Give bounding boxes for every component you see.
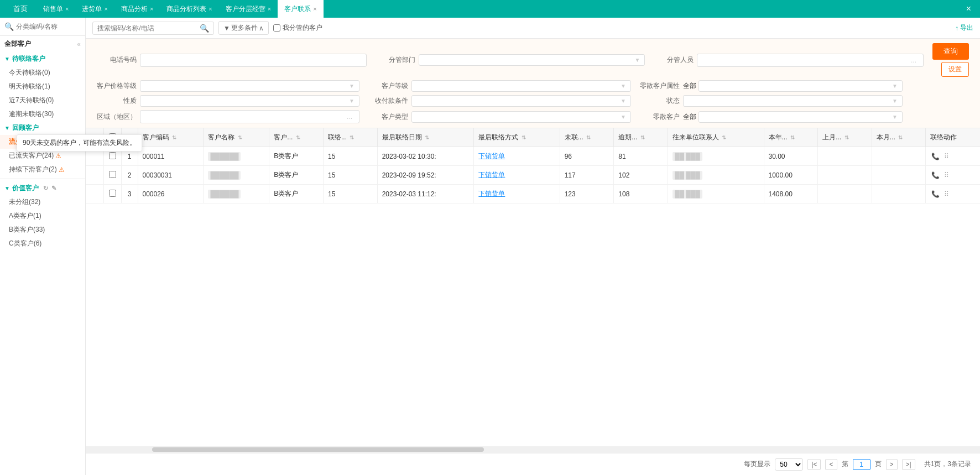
seven-days-contact-label: 近7天待联络(0) bbox=[9, 96, 54, 105]
th-unit-contact[interactable]: 往来单位联系人 ⇅ bbox=[668, 128, 764, 147]
payment-select[interactable]: ▼ bbox=[411, 95, 631, 107]
action-more-icon[interactable]: ⠿ bbox=[943, 190, 950, 198]
page-prev-btn[interactable]: < bbox=[825, 459, 837, 470]
nav-home[interactable]: 首页 bbox=[4, 0, 37, 18]
sidebar-item-a-class[interactable]: A类客户(1) bbox=[0, 209, 85, 223]
zero-customer-attr-select[interactable]: ▼ bbox=[698, 80, 903, 92]
action-phone-icon[interactable]: 📞 bbox=[930, 190, 941, 198]
region-select[interactable]: ... bbox=[140, 110, 359, 123]
value-edit-icon[interactable]: ✎ bbox=[51, 185, 56, 192]
page-size-select[interactable]: 50 100 bbox=[775, 458, 803, 471]
nav-purchase-close[interactable]: × bbox=[104, 6, 107, 12]
search-button[interactable]: 🔍 bbox=[200, 24, 209, 33]
sidebar-item-declining[interactable]: 持续下滑客户(2) ⚠ bbox=[0, 163, 85, 176]
sidebar-item-c-class[interactable]: C类客户(6) bbox=[0, 237, 85, 250]
nav-purchase[interactable]: 进货单 × bbox=[75, 0, 114, 18]
export-btn[interactable]: ↑ 导出 bbox=[955, 23, 973, 33]
customer-type-select[interactable]: ▼ bbox=[411, 111, 631, 123]
row-checkbox[interactable] bbox=[103, 185, 121, 203]
th-contacts[interactable]: 联络... ⇅ bbox=[323, 128, 377, 147]
search-input[interactable] bbox=[97, 24, 200, 32]
nav-customer-segment-close[interactable]: × bbox=[268, 6, 271, 12]
page-first-btn[interactable]: |< bbox=[807, 459, 821, 470]
sidebar-collapse-icon[interactable]: « bbox=[77, 40, 81, 48]
sidebar-item-today[interactable]: 今天待联络(0) bbox=[0, 66, 85, 80]
th-this-month[interactable]: 本月... ⇅ bbox=[872, 128, 926, 147]
value-refresh-icon[interactable]: ↻ bbox=[43, 185, 48, 192]
sidebar-item-overdue[interactable]: 逾期未联络(30) bbox=[0, 107, 85, 121]
th-customer-type[interactable]: 客户... ⇅ bbox=[269, 128, 324, 147]
row-last-contact-method[interactable]: 下销货单 bbox=[474, 147, 560, 166]
nav-goods-analysis-list-close[interactable]: × bbox=[208, 6, 212, 12]
staff-dots[interactable]: ... bbox=[909, 56, 919, 64]
th-last-month[interactable]: 上月... ⇅ bbox=[818, 128, 872, 147]
sidebar-item-tomorrow[interactable]: 明天待联络(1) bbox=[0, 80, 85, 93]
dept-select[interactable]: ▼ bbox=[419, 54, 645, 66]
th-last-contact-date[interactable]: 最后联络日期 ⇅ bbox=[377, 128, 474, 147]
contact-method-link[interactable]: 下销货单 bbox=[478, 190, 505, 197]
sidebar-item-ungroup[interactable]: 未分组(32) bbox=[0, 195, 85, 209]
row-select-checkbox[interactable] bbox=[109, 190, 116, 197]
page-next-btn[interactable]: > bbox=[886, 459, 898, 470]
staff-select[interactable]: ... bbox=[697, 54, 924, 67]
sidebar-item-b-class[interactable]: B类客户(33) bbox=[0, 223, 85, 237]
row-contact-action[interactable]: 📞 ⠿ bbox=[926, 166, 980, 185]
nav-sales[interactable]: 销售单 × bbox=[37, 0, 75, 18]
contact-method-link[interactable]: 下销货单 bbox=[478, 152, 505, 160]
query-button[interactable]: 查询 bbox=[932, 43, 969, 60]
nav-customer-contact-close[interactable]: × bbox=[313, 6, 316, 12]
my-customers-label[interactable]: 我分管的客户 bbox=[273, 23, 322, 33]
settings-button[interactable]: 设置 bbox=[941, 62, 969, 77]
action-phone-icon[interactable]: 📞 bbox=[930, 171, 941, 179]
page-last-btn[interactable]: >| bbox=[902, 459, 915, 470]
row-select-checkbox[interactable] bbox=[109, 171, 116, 178]
customer-grade-select[interactable]: ▼ bbox=[411, 80, 631, 92]
sidebar-group-review[interactable]: ▼ 回顾客户 bbox=[0, 121, 85, 135]
sidebar-item-7days[interactable]: 近7天待联络(0) bbox=[0, 93, 85, 107]
row-select-checkbox[interactable] bbox=[109, 152, 116, 159]
customer-name-blurred: ██████ bbox=[208, 152, 241, 161]
action-phone-icon[interactable]: 📞 bbox=[930, 153, 941, 160]
top-nav-right: × bbox=[962, 4, 976, 14]
row-last-contact-method[interactable]: 下销货单 bbox=[474, 166, 560, 185]
customer-price-select[interactable]: ▼ bbox=[140, 80, 359, 92]
sort-unit-icon: ⇅ bbox=[722, 134, 726, 140]
customer-grade-label: 客户等级 bbox=[364, 81, 408, 91]
row-contact-action[interactable]: 📞 ⠿ bbox=[926, 185, 980, 203]
status-select[interactable]: ▼ bbox=[683, 95, 903, 107]
th-customer-name[interactable]: 客户名称 ⇅ bbox=[204, 128, 269, 147]
scroll-bar-area[interactable] bbox=[86, 446, 980, 453]
th-uncontacted[interactable]: 未联... ⇅ bbox=[560, 128, 614, 147]
region-dots[interactable]: ... bbox=[345, 113, 355, 121]
action-more-icon[interactable]: ⠿ bbox=[943, 171, 950, 179]
nav-goods-analysis[interactable]: 商品分析 × bbox=[114, 0, 160, 18]
zero-customer-select[interactable]: ▼ bbox=[698, 111, 903, 123]
sidebar-group-value[interactable]: ▼ 价值客户 ↻ ✎ bbox=[0, 181, 85, 195]
nav-customer-contact[interactable]: 客户联系 × bbox=[278, 0, 323, 18]
declining-label: 持续下滑客户(2) bbox=[9, 165, 57, 174]
phone-input[interactable] bbox=[140, 54, 367, 67]
action-more-icon[interactable]: ⠿ bbox=[943, 153, 950, 160]
nav-sales-close[interactable]: × bbox=[65, 6, 69, 12]
gender-select[interactable]: ▼ bbox=[140, 95, 359, 107]
nav-customer-segment[interactable]: 客户分层经营 × bbox=[219, 0, 278, 18]
th-last-contact-method[interactable]: 最后联络方式 ⇅ bbox=[474, 128, 560, 147]
page-input[interactable] bbox=[853, 459, 870, 470]
nav-goods-analysis-list[interactable]: 商品分析列表 × bbox=[160, 0, 218, 18]
sidebar-search-input[interactable] bbox=[16, 23, 86, 30]
sidebar-group-pending[interactable]: ▼ 待联络客户 bbox=[0, 52, 85, 66]
contact-method-link[interactable]: 下销货单 bbox=[478, 171, 505, 179]
row-checkbox[interactable] bbox=[103, 166, 121, 185]
close-all-btn[interactable]: × bbox=[962, 4, 976, 14]
row-contacts: 15 bbox=[323, 166, 377, 185]
more-conditions-btn[interactable]: ▼ 更多条件 ∧ bbox=[218, 21, 269, 35]
th-customer-code[interactable]: 客户编码 ⇅ bbox=[138, 128, 204, 147]
sidebar-all-customers[interactable]: 全部客户 « bbox=[0, 36, 85, 52]
scroll-bar-thumb[interactable] bbox=[152, 447, 484, 452]
th-this-year[interactable]: 本年... ⇅ bbox=[764, 128, 818, 147]
th-overdue[interactable]: 逾期... ⇅ bbox=[614, 128, 668, 147]
nav-goods-analysis-close[interactable]: × bbox=[150, 6, 153, 12]
my-customers-checkbox[interactable] bbox=[273, 24, 280, 32]
row-last-contact-method[interactable]: 下销货单 bbox=[474, 185, 560, 203]
row-contact-action[interactable]: 📞 ⠿ bbox=[926, 147, 980, 166]
